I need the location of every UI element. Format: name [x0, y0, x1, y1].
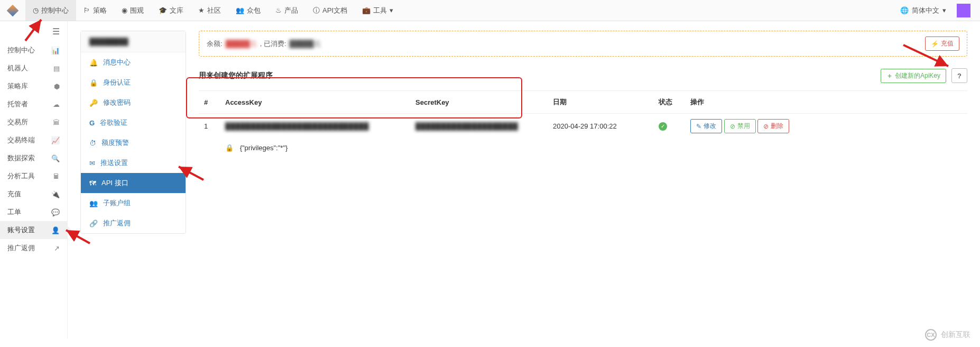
ban-icon: ⊘ — [730, 123, 735, 130]
star-icon: ★ — [198, 6, 205, 14]
sidebar-item-data-explore[interactable]: 数据探索 🔍 — [0, 149, 67, 167]
cell-status: ✓ — [653, 114, 685, 139]
subnav-item-label: 修改密码 — [103, 98, 131, 107]
watermark: CX 创新互联 — [925, 329, 970, 339]
sidebar-item-label: 交易终端 — [7, 135, 35, 145]
lang-label: 简体中文 — [912, 6, 939, 15]
briefcase-icon: 💼 — [362, 6, 371, 14]
disable-button[interactable]: ⊘ 禁用 — [724, 119, 756, 133]
top-nav: ◷ 控制中心 🏳 策略 ◉ 围观 🎓 文库 ★ 社区 👥 众包 ♨ 产品 ⓘ — [0, 0, 980, 21]
search-icon: 🔍 — [51, 154, 60, 162]
subnav-item-password[interactable]: 🔑 修改密码 — [81, 93, 186, 113]
sidebar-item-label: 策略库 — [7, 81, 28, 91]
sidebar-item-control-center[interactable]: 控制中心 📊 — [0, 41, 67, 59]
sidebar-item-recharge[interactable]: 充值 🔌 — [0, 185, 67, 203]
cell-accesskey: ████████████████████████████ — [220, 114, 410, 139]
question-icon: ? — [957, 72, 961, 80]
globe-icon: 🌐 — [900, 6, 909, 14]
user-avatar[interactable] — [957, 4, 970, 17]
sidebar-item-hoster[interactable]: 托管者 ☁ — [0, 95, 67, 113]
sidebar-item-label: 工单 — [7, 207, 21, 217]
section-title: 用来创建您的扩展程序 — [199, 71, 273, 80]
subnav-item-messages[interactable]: 🔔 消息中心 — [81, 52, 186, 72]
cell-date: 2020-04-29 17:00:22 — [548, 114, 653, 139]
flame-icon: ♨ — [275, 6, 282, 14]
subnav-item-push-settings[interactable]: ✉ 推送设置 — [81, 153, 186, 173]
clock-icon: ◷ — [33, 6, 39, 14]
button-label: 禁用 — [737, 122, 750, 131]
grad-cap-icon: 🎓 — [159, 6, 167, 14]
people-icon: 👥 — [236, 6, 244, 14]
info-icon: ⓘ — [313, 6, 320, 15]
lock-icon: 🔒 — [89, 79, 98, 87]
delete-button[interactable]: ⊘ 删除 — [757, 119, 789, 133]
privilege-row: 🔒 {"privileges":"*"} — [199, 139, 967, 157]
sidebar-item-label: 推广返佣 — [7, 243, 35, 253]
subnav-item-label: 身份认证 — [103, 78, 131, 87]
sitemap-icon: 🗺 — [89, 179, 96, 187]
consumed-value: █████元 — [290, 39, 321, 49]
top-item-tools[interactable]: 💼 工具 ▾ — [355, 0, 401, 21]
edit-button[interactable]: ✎ 修改 — [690, 119, 722, 133]
top-item-strategy[interactable]: 🏳 策略 — [76, 0, 114, 21]
subnav-item-subaccount[interactable]: 👥 子账户组 — [81, 193, 186, 213]
top-item-label: API文档 — [322, 6, 347, 15]
sidebar-item-strategy-lib[interactable]: 策略库 ⬢ — [0, 77, 67, 95]
recharge-button[interactable]: ⚡ 充值 — [925, 36, 959, 51]
top-item-label: 文库 — [170, 6, 183, 15]
sidebar-item-ticket[interactable]: 工单 💬 — [0, 203, 67, 221]
top-item-api-docs[interactable]: ⓘ API文档 — [306, 0, 355, 21]
table-header-row: # AccessKey SecretKey 日期 状态 操作 — [199, 91, 967, 114]
trash-icon: ⊘ — [763, 123, 769, 130]
privilege-text: {"privileges":"*"} — [240, 144, 288, 152]
top-item-control-center[interactable]: ◷ 控制中心 — [25, 0, 76, 21]
sidebar-item-label: 托管者 — [7, 99, 28, 109]
subnav-item-google-auth[interactable]: G 谷歌验证 — [81, 113, 186, 133]
th-status: 状态 — [653, 91, 685, 114]
watermark-badge-icon: CX — [925, 329, 937, 339]
subnav-item-quota-alert[interactable]: ⏱ 额度预警 — [81, 133, 186, 153]
user-icon: 👤 — [51, 226, 60, 234]
subnav-item-label: 推送设置 — [100, 158, 128, 168]
th-ops: 操作 — [685, 91, 967, 114]
sidebar-item-account-settings[interactable]: 账号设置 👤 — [0, 221, 67, 239]
menu-icon: ☰ — [52, 26, 60, 36]
side-nav: ☰ 控制中心 📊 机器人 ▤ 策略库 ⬢ 托管者 ☁ 交易所 🏛 交易终端 📈 … — [0, 21, 68, 339]
chart-icon: 📈 — [51, 136, 60, 144]
sidebar-toggle[interactable]: ☰ — [0, 21, 67, 41]
subnav-item-referral[interactable]: 🔗 推广返佣 — [81, 213, 186, 233]
sidebar-item-analysis[interactable]: 分析工具 🖩 — [0, 167, 67, 185]
sidebar-item-label: 交易所 — [7, 117, 28, 127]
server-icon: ▤ — [53, 65, 60, 72]
top-item-crowd[interactable]: 👥 众包 — [228, 0, 268, 21]
apikey-table: # AccessKey SecretKey 日期 状态 操作 1 ███████… — [199, 90, 967, 157]
top-item-product[interactable]: ♨ 产品 — [268, 0, 306, 21]
balance-value: █████元 — [226, 39, 257, 49]
app-logo[interactable] — [0, 5, 25, 16]
top-item-library[interactable]: 🎓 文库 — [151, 0, 191, 21]
bank-icon: 🏛 — [53, 118, 60, 126]
sidebar-item-referral[interactable]: 推广返佣 ↗ — [0, 239, 67, 257]
sidebar-item-label: 账号设置 — [7, 225, 35, 235]
top-item-label: 工具 — [373, 6, 387, 15]
share-icon: ↗ — [54, 244, 60, 252]
subnav-item-identity[interactable]: 🔒 身份认证 — [81, 72, 186, 93]
help-button[interactable]: ? — [951, 68, 967, 83]
top-item-label: 围观 — [130, 6, 144, 15]
button-label: 修改 — [704, 122, 716, 131]
top-item-community[interactable]: ★ 社区 — [191, 0, 228, 21]
subnav-item-api[interactable]: 🗺 API 接口 — [81, 173, 186, 193]
lock-icon: 🔒 — [225, 144, 234, 152]
balance-bar: 余额: █████元 , 已消费: █████元 ⚡ 充值 — [199, 31, 967, 57]
bell-icon: 🔔 — [89, 59, 98, 67]
settings-subnav-header: ████████ — [81, 31, 186, 52]
sidebar-item-exchange[interactable]: 交易所 🏛 — [0, 113, 67, 131]
cell-index: 1 — [199, 114, 220, 139]
sidebar-item-terminal[interactable]: 交易终端 📈 — [0, 131, 67, 149]
language-selector[interactable]: 🌐 简体中文 ▾ — [893, 6, 954, 15]
create-apikey-button[interactable]: ＋ 创建新的ApiKey — [881, 69, 946, 83]
sidebar-item-robot[interactable]: 机器人 ▤ — [0, 59, 67, 77]
button-label: 充值 — [941, 39, 954, 48]
top-item-watch[interactable]: ◉ 围观 — [114, 0, 151, 21]
settings-subnav: ████████ 🔔 消息中心 🔒 身份认证 🔑 修改密码 G 谷歌验证 ⏱ 额… — [80, 31, 186, 234]
